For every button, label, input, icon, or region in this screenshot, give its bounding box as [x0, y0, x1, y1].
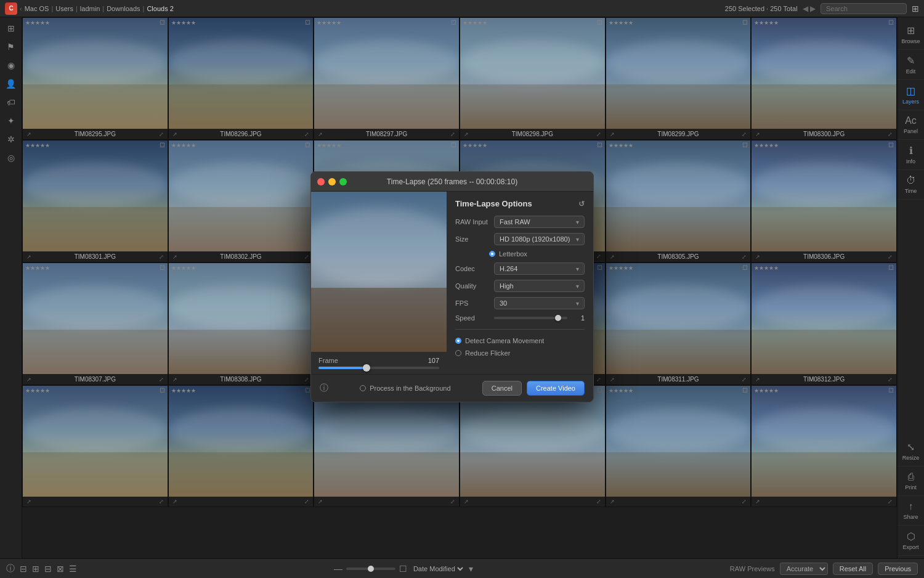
sidebar-item-browse[interactable]: ⊞ Browse: [898, 20, 925, 50]
info-bottom-icon[interactable]: ⓘ: [6, 563, 15, 574]
reduce-flicker-checkbox[interactable]: [455, 350, 461, 356]
sidebar-icon-flag[interactable]: ⚑: [2, 38, 20, 55]
codec-select[interactable]: H.264 ▾: [494, 263, 585, 275]
star-rating[interactable]: ★★★★★: [754, 388, 779, 394]
star-rating[interactable]: ★★★★★: [754, 20, 779, 26]
star-rating[interactable]: ★★★★★: [171, 142, 196, 149]
heart-icon[interactable]: ♡: [160, 387, 165, 394]
cancel-button[interactable]: Cancel: [482, 381, 522, 396]
breadcrumb-ladmin[interactable]: ladmin: [80, 5, 100, 12]
sidebar-icon-person[interactable]: 👤: [2, 75, 20, 92]
list-item[interactable]: ★★★★★ ☐ ♡ ↗ TIM08299.JPG ⤢: [606, 17, 752, 140]
sidebar-item-share[interactable]: ↑ Share: [898, 496, 925, 526]
list-item[interactable]: ★★★★★ ☐ ♡ ↗ TIM08296.JPG ⤢: [168, 17, 314, 140]
checkbox-icon[interactable]: ☐: [399, 564, 407, 574]
star-rating[interactable]: ★★★★★: [609, 20, 633, 26]
star-rating[interactable]: ★★★★★: [25, 142, 50, 149]
star-rating[interactable]: ★★★★★: [463, 142, 487, 149]
star-rating[interactable]: ★★★★★: [25, 20, 50, 26]
list-item[interactable]: ★★★★★ ☐ ♡ ↗ TIM08300.JPG ⤢: [751, 17, 897, 140]
heart-icon[interactable]: ♡: [742, 142, 748, 149]
create-video-button[interactable]: Create Video: [527, 381, 585, 396]
info-icon[interactable]: ⓘ: [320, 383, 328, 394]
timelapse-dialog[interactable]: Time-Lapse (250 frames -- 00:00:08:10) F…: [310, 171, 594, 402]
heart-icon[interactable]: ♡: [742, 387, 748, 394]
heart-icon[interactable]: ♡: [888, 19, 894, 26]
list-item[interactable]: ★★★★★ ☐ ♡ ↗ ⤢: [460, 385, 606, 507]
list-item[interactable]: ★★★★★ ☐ ♡ ↗ TIM08308.JPG ⤢: [168, 263, 314, 385]
process-bg-checkbox[interactable]: [360, 385, 366, 391]
heart-icon[interactable]: ♡: [597, 387, 602, 394]
maximize-button[interactable]: [339, 178, 347, 185]
star-rating[interactable]: ★★★★★: [754, 265, 779, 271]
heart-icon[interactable]: ♡: [597, 142, 602, 149]
detect-camera-checkbox[interactable]: [455, 338, 461, 344]
breadcrumb-current[interactable]: Clouds 2: [147, 5, 173, 12]
speed-track[interactable]: [494, 317, 567, 319]
heart-icon[interactable]: ♡: [305, 19, 310, 26]
star-rating[interactable]: ★★★★★: [754, 142, 779, 149]
sidebar-item-time[interactable]: ⏱ Time: [898, 170, 925, 200]
heart-icon[interactable]: ♡: [451, 19, 456, 26]
star-rating[interactable]: ★★★★★: [463, 20, 487, 26]
heart-icon[interactable]: ♡: [160, 142, 165, 149]
heart-icon[interactable]: ♡: [305, 142, 310, 149]
sidebar-item-print[interactable]: ⎙ Print: [898, 466, 925, 496]
grid-small-icon[interactable]: ⊞: [32, 564, 39, 574]
star-rating[interactable]: ★★★★★: [25, 388, 50, 394]
sidebar-item-info[interactable]: ℹ Info: [898, 140, 925, 170]
quality-select[interactable]: High ▾: [494, 280, 585, 292]
scrubber-track[interactable]: [318, 367, 439, 369]
options-reset-icon[interactable]: ↺: [578, 200, 585, 208]
letterbox-radio[interactable]: [489, 251, 495, 257]
list-item[interactable]: ★★★★★ ☐ ♡ ↗ ⤢: [314, 385, 460, 507]
breadcrumb-macos[interactable]: Mac OS: [25, 5, 49, 12]
list-item[interactable]: ★★★★★ ☐ ♡ ↗ TIM08311.JPG ⤢: [606, 263, 752, 385]
sidebar-item-export[interactable]: ⬡ Export: [898, 526, 925, 556]
list-item[interactable]: ★★★★★ ☐ ♡ ↗ TIM08305.JPG ⤢: [606, 140, 752, 263]
list-item[interactable]: ★★★★★ ☐ ♡ ↗ TIM08312.JPG ⤢: [751, 263, 897, 385]
list-item[interactable]: ★★★★★ ☐ ♡ ↗ TIM08295.JPG ⤢: [22, 17, 168, 140]
size-select[interactable]: HD 1080p (1920x1080) ▾: [494, 233, 585, 245]
list-item[interactable]: ★★★★★ ☐ ♡ ↗ ⤢: [22, 385, 168, 507]
reset-all-button[interactable]: Reset All: [833, 563, 873, 575]
size-slider-thumb[interactable]: [368, 566, 374, 572]
list-view-icon[interactable]: ☰: [69, 564, 77, 574]
heart-icon[interactable]: ♡: [888, 142, 894, 149]
speed-thumb[interactable]: [555, 315, 561, 321]
heart-icon[interactable]: ♡: [742, 264, 748, 271]
raw-input-select[interactable]: Fast RAW ▾: [494, 216, 585, 228]
breadcrumb-downloads[interactable]: Downloads: [107, 5, 140, 12]
star-rating[interactable]: ★★★★★: [609, 142, 633, 149]
sidebar-item-resize[interactable]: ⤡ Resize: [898, 436, 925, 466]
search-input[interactable]: [821, 3, 907, 14]
sort-dropdown[interactable]: Date Modified: [411, 564, 465, 573]
previous-button[interactable]: Previous: [878, 563, 918, 575]
star-rating[interactable]: ★★★★★: [171, 388, 196, 394]
star-rating[interactable]: ★★★★★: [609, 388, 633, 394]
heart-icon[interactable]: ♡: [305, 264, 310, 271]
sidebar-item-panel[interactable]: Ac Panel: [898, 110, 925, 140]
heart-icon[interactable]: ♡: [160, 19, 165, 26]
heart-icon[interactable]: ♡: [597, 264, 602, 271]
grid-large-icon[interactable]: ⊠: [57, 564, 64, 574]
sidebar-item-edit[interactable]: ✎ Edit: [898, 50, 925, 80]
heart-icon[interactable]: ♡: [597, 19, 602, 26]
scrubber-thumb[interactable]: [363, 364, 370, 372]
heart-icon[interactable]: ♡: [451, 142, 456, 149]
list-item[interactable]: ★★★★★ ☐ ♡ ↗ TIM08297.JPG ⤢: [314, 17, 460, 140]
star-rating[interactable]: ★★★★★: [25, 265, 50, 271]
sidebar-icon-map[interactable]: ◉: [2, 57, 20, 74]
close-button[interactable]: [317, 178, 325, 185]
star-rating[interactable]: ★★★★★: [609, 265, 633, 271]
star-rating[interactable]: ★★★★★: [171, 265, 196, 271]
sidebar-icon-circle[interactable]: ◎: [2, 149, 20, 166]
star-rating[interactable]: ★★★★★: [317, 142, 341, 149]
list-item[interactable]: ★★★★★ ☐ ♡ ↗ ⤢: [168, 385, 314, 507]
folder-icon[interactable]: ⊞: [912, 4, 919, 14]
star-rating[interactable]: ★★★★★: [317, 20, 341, 26]
list-item[interactable]: ★★★★★ ☐ ♡ ↗ TIM08307.JPG ⤢: [22, 263, 168, 385]
sort-chevron-icon[interactable]: ▾: [469, 564, 473, 574]
sidebar-icon-grid[interactable]: ⊞: [2, 20, 20, 37]
list-item[interactable]: ★★★★★ ☐ ♡ ↗ ⤢: [751, 385, 897, 507]
